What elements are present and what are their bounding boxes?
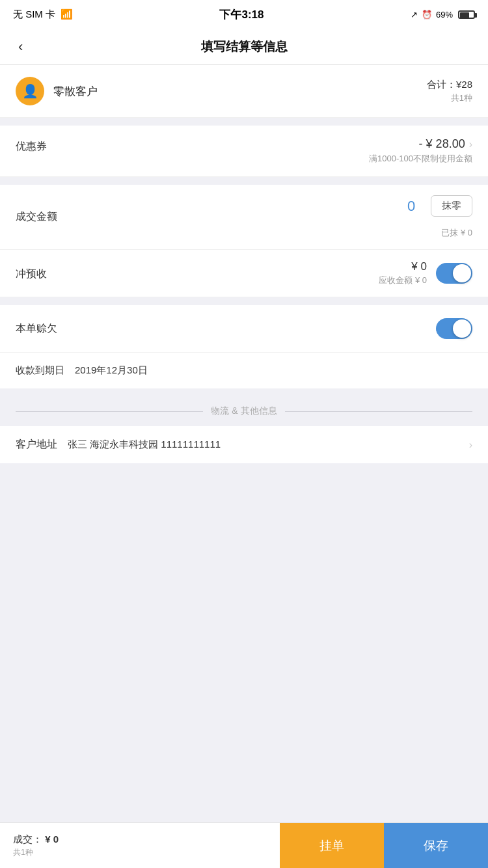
deal-amount-value[interactable]: 0 — [398, 198, 424, 215]
coupon-right: - ¥ 28.00 › 满1000-100不限制使用金额 — [369, 137, 472, 165]
address-label: 客户地址 — [16, 438, 57, 452]
pre-amounts: ¥ 0 应收金额 ¥ 0 — [379, 260, 427, 286]
customer-count: 共1种 — [427, 92, 472, 104]
debt-section: 本单赊欠 收款到期日 2019年12月30日 — [0, 305, 488, 388]
divider-3 — [0, 297, 488, 305]
coupon-chevron-icon: › — [469, 139, 472, 150]
status-left: 无 SIM 卡 📶 — [13, 8, 73, 21]
address-value: 张三 海淀永丰科技园 11111111111 — [68, 439, 469, 451]
customer-total-label: 合计：¥28 — [427, 79, 472, 91]
pre-receive-label: 冲预收 — [16, 265, 47, 282]
status-right: ↗ ⏰ 69% — [411, 10, 475, 20]
alarm-icon: ⏰ — [422, 10, 432, 20]
save-button[interactable]: 保存 — [384, 823, 488, 868]
pre-receive-row: 冲预收 ¥ 0 应收金额 ¥ 0 — [0, 250, 488, 297]
debt-row: 本单赊欠 — [0, 305, 488, 353]
logistics-line-right — [285, 411, 472, 412]
avatar-icon: 👤 — [22, 83, 38, 99]
bottom-deal-row: 成交： ¥ 0 — [13, 834, 267, 846]
customer-avatar: 👤 — [16, 77, 44, 105]
coupon-label: 优惠券 — [16, 137, 47, 154]
logistics-line-left — [16, 411, 203, 412]
bottom-summary: 成交： ¥ 0 共1种 — [0, 823, 280, 868]
deal-amount-section: 成交金额 0 抹零 已抹 ¥ 0 冲预收 ¥ 0 应收金额 ¥ 0 — [0, 185, 488, 297]
divider-4 — [0, 388, 488, 396]
due-date-label: 收款到期日 — [16, 364, 64, 377]
address-section: 客户地址 张三 海淀永丰科技园 11111111111 › — [0, 426, 488, 463]
page-title: 填写结算等信息 — [201, 38, 288, 55]
divider-2 — [0, 177, 488, 185]
deal-amount-label: 成交金额 — [16, 210, 57, 224]
debt-label: 本单赊欠 — [16, 322, 57, 336]
coupon-desc: 满1000-100不限制使用金额 — [369, 153, 472, 165]
bottom-deal-label: 成交： — [13, 834, 42, 845]
logistics-label: 物流 & 其他信息 — [211, 405, 277, 417]
deal-input-area: 0 抹零 — [398, 195, 472, 217]
coupon-section: 优惠券 - ¥ 28.00 › 满1000-100不限制使用金额 — [0, 126, 488, 177]
nav-bar: ‹ 填写结算等信息 — [0, 29, 488, 65]
deal-amount-row: 成交金额 0 抹零 已抹 ¥ 0 — [0, 185, 488, 250]
logistics-header: 物流 & 其他信息 — [0, 396, 488, 426]
due-date-row[interactable]: 收款到期日 2019年12月30日 — [0, 353, 488, 388]
customer-left: 👤 零散客户 — [16, 77, 98, 105]
customer-section: 👤 零散客户 合计：¥28 共1种 — [0, 65, 488, 118]
due-date-value: 2019年12月30日 — [75, 364, 148, 377]
status-time: 下午3:18 — [219, 7, 264, 22]
pre-receive-toggle[interactable] — [436, 263, 472, 284]
divider-1 — [0, 118, 488, 126]
battery-percent: 69% — [436, 10, 453, 20]
debt-toggle[interactable] — [436, 318, 472, 339]
pre-right: ¥ 0 应收金额 ¥ 0 — [379, 260, 472, 286]
hang-order-button[interactable]: 挂单 — [280, 823, 384, 868]
address-row[interactable]: 客户地址 张三 海淀永丰科技园 11111111111 › — [0, 426, 488, 463]
back-button[interactable]: ‹ — [13, 33, 28, 61]
debt-toggle-knob — [453, 319, 471, 338]
pre-amount-sub: 应收金额 ¥ 0 — [379, 275, 427, 286]
coupon-row[interactable]: 优惠券 - ¥ 28.00 › 满1000-100不限制使用金额 — [0, 126, 488, 177]
battery-icon — [458, 10, 475, 19]
coupon-right-row: - ¥ 28.00 › — [419, 137, 472, 151]
bottom-deal-amount: ¥ 0 — [45, 834, 59, 845]
toggle-knob — [453, 264, 471, 282]
bottom-count: 共1种 — [13, 847, 267, 858]
round-zero-button[interactable]: 抹零 — [431, 195, 472, 217]
deal-sub-label: 已抹 ¥ 0 — [441, 227, 472, 239]
customer-name: 零散客户 — [53, 84, 98, 99]
status-bar: 无 SIM 卡 📶 下午3:18 ↗ ⏰ 69% — [0, 0, 488, 29]
address-chevron-icon: › — [469, 439, 472, 451]
network-label: 无 SIM 卡 — [13, 8, 55, 21]
bottom-bar: 成交： ¥ 0 共1种 挂单 保存 — [0, 822, 488, 868]
wifi-icon: 📶 — [61, 8, 73, 20]
deal-amount-right: 0 抹零 已抹 ¥ 0 — [398, 195, 472, 239]
location-icon: ↗ — [411, 10, 418, 20]
customer-row: 👤 零散客户 合计：¥28 共1种 — [0, 65, 488, 118]
pre-amount-main: ¥ 0 — [379, 260, 427, 273]
customer-total: 合计：¥28 共1种 — [427, 79, 472, 104]
coupon-amount: - ¥ 28.00 — [419, 137, 465, 151]
